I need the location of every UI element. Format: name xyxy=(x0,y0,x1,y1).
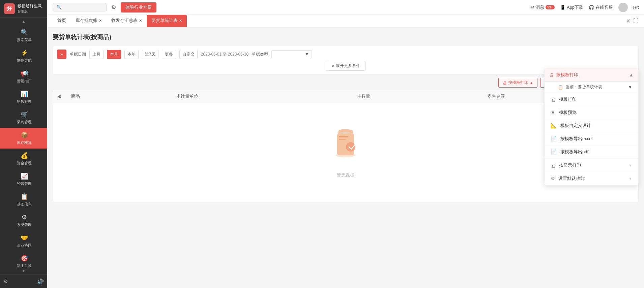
default-func-item[interactable]: ⚙ 设置默认功能 ▼ xyxy=(545,172,638,185)
sidebar-item-label: 资金管理 xyxy=(17,161,32,166)
bill-type-label: 单据类型 xyxy=(252,52,268,57)
sidebar-item-operation[interactable]: 📈 经营管理 xyxy=(0,169,47,190)
sidebar-footer: ⚙ 🔊 xyxy=(0,275,47,288)
topbar-search-box[interactable]: 🔍 xyxy=(53,3,107,11)
experience-button[interactable]: 体验行业方案 xyxy=(121,2,156,12)
scroll-down-indicator[interactable]: ▼ xyxy=(0,267,47,275)
date-btn-last-month[interactable]: 上月 xyxy=(89,50,104,59)
print-dropdown-popup: 🖨 按模板打印 ▲ 📋 当前：要货单统计表 ▼ 🖨 模板打印 👁 模板预览 xyxy=(544,68,639,186)
print-icon: 🖨 xyxy=(503,81,507,85)
current-template-item[interactable]: 📋 当前：要货单统计表 ▼ xyxy=(545,82,638,93)
quick-nav-icon: ⚡ xyxy=(21,49,28,57)
date-btn-this-month[interactable]: 本月 xyxy=(107,50,121,59)
col-product: 商品 xyxy=(66,90,172,103)
page-area: 要货单统计表(按商品) » 单据日期 上月 本月 本年 近7天 更多 自定义 2… xyxy=(47,28,644,288)
avatar[interactable] xyxy=(618,3,628,12)
logo-icon: 好 xyxy=(4,3,15,14)
date-btn-custom[interactable]: 自定义 xyxy=(179,50,198,59)
finance-icon: 💰 xyxy=(21,152,28,159)
tab-home-label: 首页 xyxy=(57,18,66,24)
app-download-label: App下载 xyxy=(567,4,583,10)
expand-tabs-icon[interactable]: ⛶ xyxy=(633,18,639,24)
tab-inventory-batch[interactable]: 库存批次账 ✕ xyxy=(71,15,107,27)
message-badge: 99+ xyxy=(546,5,555,9)
dropdown-title-label: 按模板打印 xyxy=(556,72,578,78)
date-btn-last-7-days[interactable]: 近7天 xyxy=(142,50,158,59)
tab-label: 库存批次账 xyxy=(76,18,97,24)
tab-close-icon[interactable]: ✕ xyxy=(139,19,142,23)
sidebar-item-label: 搜索菜单 xyxy=(17,37,32,42)
topbar-right: ✉ 消息 99+ 📱 App下载 🎧 在线客服 Rit xyxy=(530,3,639,12)
sidebar-item-search[interactable]: 🔍 搜索菜单 xyxy=(0,25,47,46)
sidebar-item-quick-nav[interactable]: ⚡ 快捷导航 xyxy=(0,46,47,66)
search-input[interactable] xyxy=(62,5,95,10)
expand-more-icon: ∨ xyxy=(331,64,334,68)
col-quantity: 主数量 xyxy=(352,90,483,103)
date-btn-more[interactable]: 更多 xyxy=(162,50,176,59)
filter-expand-button[interactable]: » xyxy=(57,50,66,59)
bill-type-select[interactable]: ▼ xyxy=(271,50,312,58)
sidebar-item-label: 新手引导 xyxy=(17,263,32,267)
item-label: 按模板导出excel xyxy=(560,136,632,142)
close-all-icon[interactable]: ✕ xyxy=(626,18,631,24)
scroll-up-indicator[interactable]: ▲ xyxy=(0,18,47,25)
sidebar-item-basic[interactable]: 📋 基础信息 xyxy=(0,190,47,210)
sidebar-nav: 🔍 搜索菜单 ⚡ 快捷导航 📢 营销推广 📊 销售管理 🛒 采购管理 📦 库存核… xyxy=(0,25,47,267)
template-export-excel-item[interactable]: 📄 按模板导出excel xyxy=(545,132,638,146)
gear-button[interactable]: ⚙ xyxy=(110,3,117,12)
item-label: 模板预览 xyxy=(559,109,632,116)
dropdown-collapse-icon[interactable]: ▲ xyxy=(629,72,634,77)
guide-icon: 🎯 xyxy=(21,255,28,262)
tab-home[interactable]: 首页 xyxy=(53,15,71,27)
tab-order-stats[interactable]: 要货单统计表 ✕ xyxy=(147,15,187,27)
message-label: 消息 xyxy=(535,4,544,10)
excel-icon: 📄 xyxy=(551,136,557,142)
sidebar-item-inventory[interactable]: 📦 库存核算 xyxy=(0,128,47,149)
app-name: 畅捷通好生意 xyxy=(18,4,42,9)
service-icon: 🎧 xyxy=(589,5,594,10)
app-download-button[interactable]: 📱 App下载 xyxy=(560,4,583,10)
tab-label: 要货单统计表 xyxy=(151,18,178,24)
sidebar-item-finance[interactable]: 💰 资金管理 xyxy=(0,149,47,169)
search-icon: 🔍 xyxy=(56,5,62,10)
audio-icon[interactable]: 🔊 xyxy=(37,278,44,285)
print-icon: 🖨 xyxy=(551,97,556,102)
sidebar-item-label: 快捷导航 xyxy=(17,58,32,63)
expand-more-button[interactable]: ∨ 展开更多条件 xyxy=(326,61,366,71)
pdf-icon: 📄 xyxy=(551,149,557,155)
sidebar-item-marketing[interactable]: 📢 营销推广 xyxy=(0,66,47,87)
topbar: 🔍 ⚙ 体验行业方案 ✉ 消息 99+ 📱 App下载 🎧 在线客服 Rit xyxy=(47,0,644,15)
tab-collection-summary[interactable]: 收发存汇总表 ✕ xyxy=(107,15,147,27)
sidebar-item-label: 系统管理 xyxy=(17,222,32,227)
expand-more-label: 展开更多条件 xyxy=(336,63,360,69)
template-custom-item[interactable]: 📐 模板自定义设计 xyxy=(545,119,638,132)
print-icon: 🖨 xyxy=(549,72,554,77)
display-print-item[interactable]: 🖨 按显示打印 ▼ xyxy=(545,159,638,172)
template-export-pdf-item[interactable]: 📄 按模板导出pdf xyxy=(545,146,638,159)
marketing-icon: 📢 xyxy=(21,70,28,77)
chevron-right-icon: ▼ xyxy=(628,177,632,181)
template-preview-item[interactable]: 👁 模板预览 xyxy=(545,106,638,119)
sidebar-item-system[interactable]: ⚙ 系统管理 xyxy=(0,210,47,231)
sidebar-item-sales[interactable]: 📊 销售管理 xyxy=(0,87,47,107)
settings-icon[interactable]: ⚙ xyxy=(3,278,8,285)
purchase-icon: 🛒 xyxy=(21,111,28,118)
chevron-right-icon: ▼ xyxy=(628,163,632,167)
template-print-item[interactable]: 🖨 模板打印 xyxy=(545,93,638,106)
sidebar-item-collab[interactable]: 🤝 企业协同 xyxy=(0,231,47,251)
col-settings[interactable]: ⚙ xyxy=(53,90,66,103)
chevron-down-icon: ▼ xyxy=(628,85,632,90)
online-service-button[interactable]: 🎧 在线客服 xyxy=(589,4,613,10)
sidebar-item-purchase[interactable]: 🛒 采购管理 xyxy=(0,107,47,128)
dropdown-header: 🖨 按模板打印 ▲ xyxy=(545,68,638,82)
print-template-button[interactable]: 🖨 按模板打印 ▲ xyxy=(498,78,537,88)
tab-close-icon[interactable]: ✕ xyxy=(99,19,102,23)
item-label: 按显示打印 xyxy=(559,162,625,168)
sidebar-item-guide[interactable]: 🎯 新手引导 xyxy=(0,251,47,267)
dropdown-title: 🖨 按模板打印 xyxy=(549,72,578,78)
tab-close-icon[interactable]: ✕ xyxy=(179,19,182,23)
sidebar: 好 畅捷通好生意 标准版 ▲ 🔍 搜索菜单 ⚡ 快捷导航 📢 营销推广 📊 销售… xyxy=(0,0,47,288)
date-btn-this-year[interactable]: 本年 xyxy=(124,50,139,59)
message-icon: ✉ xyxy=(530,5,534,10)
message-button[interactable]: ✉ 消息 99+ xyxy=(530,4,555,10)
